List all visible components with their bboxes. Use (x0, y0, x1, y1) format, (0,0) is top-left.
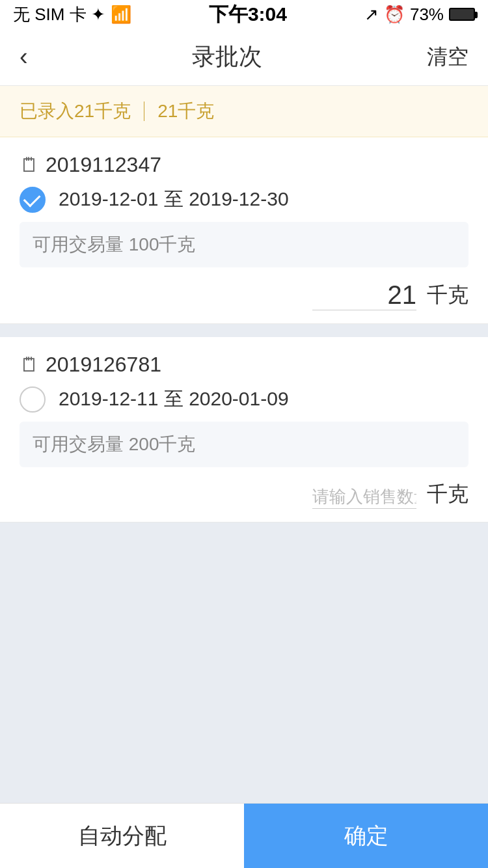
confirm-button[interactable]: 确定 (244, 804, 488, 868)
batch-doc-icon-1: 🗒 (20, 154, 39, 176)
batch-date-1: 2019-12-01 至 2019-12-30 (59, 186, 289, 213)
batch-date-2: 2019-12-11 至 2020-01-09 (59, 386, 289, 413)
wifi-icon: 📶 (111, 5, 131, 25)
status-right: ↗ ⏰ 73% (364, 5, 475, 25)
footer: 自动分配 确定 (0, 803, 488, 868)
nav-bar: ‹ 录批次 清空 (0, 29, 488, 86)
section-divider (0, 324, 488, 337)
alarm-icon: ⏰ (384, 5, 405, 25)
back-button[interactable]: ‹ (20, 43, 28, 71)
banner-divider (144, 102, 144, 121)
batch-id-2: 2019126781 (46, 353, 161, 377)
batch-row-1: 2019-12-01 至 2019-12-30 (0, 177, 488, 213)
auto-distribute-button[interactable]: 自动分配 (0, 804, 244, 868)
batch-availability-1: 可用交易量 100千克 (20, 222, 468, 267)
location-icon: ↗ (364, 5, 379, 25)
clear-button[interactable]: 清空 (427, 43, 468, 72)
bottom-empty-area (0, 522, 488, 822)
batch-doc-icon-2: 🗒 (20, 354, 39, 376)
quantity-input-2[interactable] (312, 481, 416, 509)
battery-icon (449, 8, 475, 21)
batch-card-2: 🗒 2019126781 2019-12-11 至 2020-01-09 可用交… (0, 337, 488, 522)
batch-radio-1[interactable] (20, 187, 46, 213)
batch-radio-2[interactable] (20, 387, 46, 413)
no-sim-text: 无 SIM 卡 ✦ (13, 3, 105, 26)
status-time: 下午3:04 (209, 1, 287, 28)
page-title: 录批次 (192, 41, 262, 73)
battery-level: 73% (410, 5, 444, 25)
batch-card-1: 🗒 2019112347 2019-12-01 至 2019-12-30 可用交… (0, 137, 488, 324)
status-left: 无 SIM 卡 ✦ 📶 (13, 3, 131, 26)
quantity-row-2: 千克 (0, 467, 488, 522)
recorded-value: 21千克 (157, 99, 214, 124)
recorded-label: 已录入21千克 (20, 99, 131, 124)
quantity-input-1[interactable] (312, 280, 416, 310)
batch-header-2: 🗒 2019126781 (0, 337, 488, 377)
batch-row-2: 2019-12-11 至 2020-01-09 (0, 377, 488, 413)
batch-header-1: 🗒 2019112347 (0, 137, 488, 177)
batch-availability-2: 可用交易量 200千克 (20, 422, 468, 467)
info-banner: 已录入21千克 21千克 (0, 86, 488, 137)
batch-id-1: 2019112347 (46, 153, 161, 177)
quantity-unit-1: 千克 (427, 281, 468, 310)
status-bar: 无 SIM 卡 ✦ 📶 下午3:04 ↗ ⏰ 73% (0, 0, 488, 29)
quantity-row-1: 千克 (0, 267, 488, 324)
quantity-unit-2: 千克 (427, 480, 468, 509)
